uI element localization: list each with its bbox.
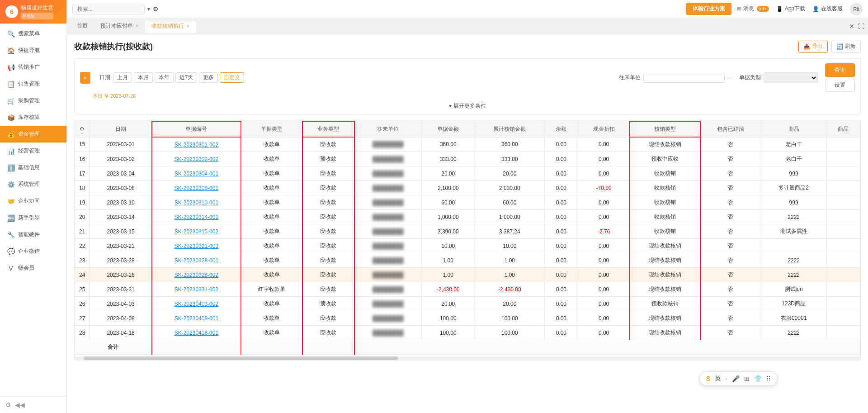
solution-button[interactable]: 体验行业方案 — [686, 3, 731, 15]
header-gear-icon[interactable]: ⚙ — [153, 5, 159, 13]
sidebar-icon-wechat: 💬 — [7, 248, 14, 255]
ime-apps-icon[interactable]: ⠿ — [766, 375, 771, 382]
sidebar-item-operations[interactable]: 📊 经营管理 — [0, 142, 66, 159]
date-btn-this-year[interactable]: 本年 — [155, 72, 174, 83]
sidebar-item-system[interactable]: ⚙️ 系统管理 — [0, 176, 66, 193]
table-row: 26 2023-04-03 SK-20230403-002 收款单 预收款 ██… — [75, 297, 860, 311]
col-settings[interactable]: ⚙ — [75, 121, 90, 137]
voucher-link[interactable]: SK-20230321-003 — [175, 243, 218, 249]
sidebar-item-wechat[interactable]: 💬 企业微信 — [0, 243, 66, 260]
row-voucher-type: 红字收款单 — [241, 282, 302, 297]
row-cumulative: 1.00 — [475, 253, 545, 268]
query-button[interactable]: 查询 — [825, 63, 855, 77]
row-amount: 10.00 — [421, 239, 475, 253]
voucher-link[interactable]: SK-20230310-001 — [175, 199, 218, 206]
voucher-link[interactable]: SK-20230403-002 — [175, 301, 218, 307]
date-btn-custom[interactable]: 自定义 — [220, 72, 244, 83]
row-cumulative: 20.00 — [475, 297, 545, 311]
export-button[interactable]: 📤 导出 — [798, 40, 828, 53]
header-search-input[interactable] — [72, 4, 145, 14]
logo-text-group: 畅康道好生意 标推版 — [21, 4, 53, 19]
row-writeoff-type: 现结收款核销 — [630, 239, 700, 253]
filter-bar: » 日期 上月 本月 本年 近7天 更多 自定义 — [74, 58, 861, 115]
voucher-link[interactable]: SK-20230304-001 — [175, 171, 218, 177]
row-balance: 0.00 — [544, 253, 578, 268]
ime-shirt-icon[interactable]: 👕 — [754, 375, 762, 382]
row-voucher-no: SK-20230310-001 — [152, 195, 241, 210]
filter-expand-arrow[interactable]: » — [80, 72, 90, 84]
row-writeoff-type: 现结收款核销 — [630, 268, 700, 282]
voucher-link[interactable]: SK-20230308-001 — [175, 185, 218, 191]
ime-mic-icon[interactable]: 🎤 — [732, 375, 740, 382]
filter-voucher-select[interactable] — [764, 72, 818, 83]
sidebar-item-guide[interactable]: 🆕 新手引导 — [0, 209, 66, 226]
voucher-link[interactable]: SK-20230418-001 — [175, 330, 218, 336]
table-scroll-bar[interactable] — [75, 356, 860, 360]
col-cumulative: 累计核销金额 — [475, 121, 545, 137]
row-product: 2222 — [761, 326, 826, 340]
page-actions: 📤 导出 🔄 刷新 — [798, 40, 861, 53]
sidebar-item-quicknav[interactable]: 🏠 快捷导航 — [0, 42, 66, 59]
header-input-area: ▾ ⚙ — [72, 4, 681, 14]
row-biz-type: 应收款 — [302, 282, 355, 297]
voucher-link[interactable]: SK-20230302-002 — [175, 156, 218, 162]
header-dropdown-icon[interactable]: ▾ — [147, 6, 150, 12]
collapse-icon[interactable]: ◀◀ — [15, 401, 25, 408]
row-include-settled: 否 — [700, 239, 761, 253]
row-product2 — [826, 181, 860, 195]
refresh-button[interactable]: 🔄 刷新 — [831, 40, 861, 53]
voucher-link[interactable]: SK-20230408-001 — [175, 315, 218, 322]
sidebar-item-member[interactable]: V 畅会员 — [0, 260, 66, 276]
sidebar-item-finance[interactable]: 💰 资金管理 — [0, 126, 66, 142]
row-voucher-no: SK-20230315-002 — [152, 224, 241, 239]
tab-receipt-exec[interactable]: 收款核销执行 × — [145, 19, 196, 33]
filter-counterpart-input[interactable] — [643, 73, 725, 83]
notification-button[interactable]: ✉ 消息 99+ — [737, 5, 769, 13]
sidebar-icon-sales: 📋 — [7, 81, 14, 88]
tab-fullscreen-icon[interactable]: ⛶ — [858, 23, 864, 30]
row-writeoff-type: 预收中应收 — [630, 152, 700, 166]
voucher-link[interactable]: SK-20230328-001 — [175, 257, 218, 264]
sidebar-item-marketing[interactable]: 📢 营销推广 — [0, 59, 66, 76]
sidebar-item-sales[interactable]: 📋 销售管理 — [0, 76, 66, 92]
ime-grid-icon[interactable]: ⊞ — [744, 375, 750, 382]
ime-text-icon[interactable]: 英 — [715, 375, 721, 383]
row-include-settled: 否 — [700, 268, 761, 282]
voucher-link[interactable]: SK-20230301-002 — [175, 142, 218, 148]
tab-payable-close[interactable]: × — [136, 24, 138, 28]
date-btn-this-month[interactable]: 本月 — [134, 72, 153, 83]
voucher-link[interactable]: SK-20230315-002 — [175, 228, 218, 235]
online-service-button[interactable]: 👤 在线客服 — [812, 5, 843, 13]
sidebar-item-purchase[interactable]: 🛒 采购管理 — [0, 92, 66, 109]
filter-row-main: » 日期 上月 本月 本年 近7天 更多 自定义 — [80, 63, 855, 92]
row-biz-type: 应收款 — [302, 166, 355, 181]
date-btn-7days[interactable]: 近7天 — [175, 72, 198, 83]
row-cumulative: 100.00 — [475, 311, 545, 326]
expand-conditions-btn[interactable]: ▾ 展开更多条件 — [449, 103, 486, 109]
tab-home[interactable]: 首页 — [71, 19, 94, 33]
voucher-link[interactable]: SK-20230328-002 — [175, 272, 218, 278]
tab-close-all-icon[interactable]: ✕ — [849, 23, 854, 30]
voucher-link[interactable]: SK-20230331-002 — [175, 286, 218, 293]
settings-icon[interactable]: ⚙ — [5, 401, 11, 408]
user-avatar[interactable]: Rit — [850, 3, 863, 15]
sidebar-item-enterprise[interactable]: 🤝 企业协同 — [0, 193, 66, 209]
col-writeoff-type: 核销类型 — [630, 121, 700, 137]
ime-toolbar: S 英 · 🎤 ⊞ 👕 ⠿ — [699, 371, 778, 386]
tab-receipt-close[interactable]: × — [187, 24, 189, 28]
row-product2 — [826, 210, 860, 224]
row-no: 25 — [75, 282, 90, 297]
row-no: 16 — [75, 152, 90, 166]
row-amount: 60.00 — [421, 195, 475, 210]
voucher-link[interactable]: SK-20230314-001 — [175, 214, 218, 220]
sidebar-item-basic[interactable]: ℹ️ 基础信息 — [0, 159, 66, 176]
settings-button[interactable]: 设置 — [825, 79, 855, 92]
app-download-button[interactable]: 📱 App下载 — [776, 5, 805, 13]
filter-dots[interactable]: ··· — [727, 75, 732, 81]
sidebar-item-inventory[interactable]: 📦 库存核算 — [0, 109, 66, 126]
sidebar-item-search[interactable]: 🔍 搜索菜单 — [0, 25, 66, 42]
date-btn-last-month[interactable]: 上月 — [113, 72, 132, 83]
sidebar-item-hardware[interactable]: 🔧 智能硬件 — [0, 226, 66, 243]
date-btn-more[interactable]: 更多 — [199, 72, 218, 83]
tab-payable[interactable]: 预计冲应付单 × — [94, 19, 145, 33]
